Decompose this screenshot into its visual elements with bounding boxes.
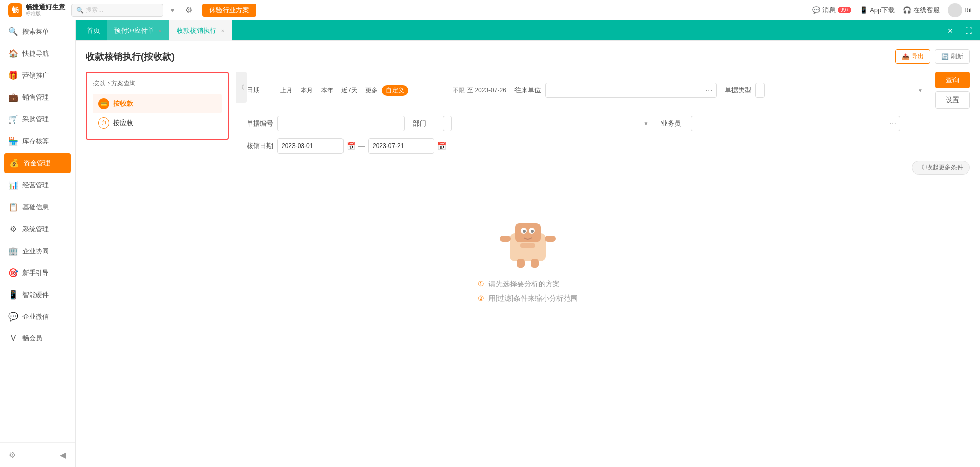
date-tab-custom[interactable]: 自定义: [382, 85, 408, 96]
date-tab-this-month[interactable]: 本月: [297, 85, 317, 96]
sidebar-item-member[interactable]: V 畅会员: [0, 328, 75, 349]
sidebar-collapse-icon[interactable]: ◀: [55, 447, 71, 463]
tab-bar-actions: ✕ ⛶: [943, 23, 976, 38]
calendar-start-icon[interactable]: 📅: [347, 142, 355, 150]
nav-dropdown[interactable]: ▼: [169, 7, 176, 14]
sidebar-item-newbie[interactable]: 🎯 新手引导: [0, 262, 75, 284]
newbie-icon: 🎯: [8, 268, 18, 278]
sidebar-item-sales[interactable]: 💼 销售管理: [0, 86, 75, 108]
sidebar-item-finance[interactable]: 💰 资金管理: [4, 153, 71, 173]
inventory-icon: 🏪: [8, 136, 18, 146]
collapse-more-icon: 《: [918, 163, 924, 172]
user-name: Rit: [964, 7, 972, 14]
date-tab-this-year[interactable]: 本年: [317, 85, 337, 96]
tab-receipt-label: 收款核销执行: [177, 26, 216, 35]
search-icon: 🔍: [76, 7, 84, 14]
sidebar-item-operation[interactable]: 📊 经营管理: [0, 174, 75, 196]
industry-solution-button[interactable]: 休验行业方案: [202, 4, 256, 17]
settings-icon[interactable]: ⚙: [182, 3, 196, 17]
receivable-option-icon: ⏱: [98, 117, 109, 129]
settings-button[interactable]: 设置: [935, 91, 970, 109]
top-search-box[interactable]: 🔍 搜索...: [71, 4, 163, 17]
date-tab-7days[interactable]: 近7天: [337, 85, 361, 96]
tab-prepay[interactable]: 预付冲应付单 ×: [107, 20, 169, 41]
date-tab-more[interactable]: 更多: [361, 85, 382, 96]
filter-row-3: 核销日期 📅 — 📅: [247, 138, 970, 154]
collapse-more-button[interactable]: 《 收起更多条件: [912, 161, 970, 175]
sidebar-item-wechat[interactable]: 💬 企业微信: [0, 306, 75, 328]
tab-home[interactable]: 首页: [80, 20, 107, 41]
sidebar-item-basic-info[interactable]: 📋 基础信息: [0, 196, 75, 218]
filter-right-panel: 日期 上月 本月 本年 近7天 更多 自定义: [247, 72, 970, 175]
date-range: 📅 — 📅: [277, 138, 446, 154]
tab-close-all-button[interactable]: ✕: [943, 23, 958, 38]
sidebar-item-label: 基础信息: [22, 203, 49, 212]
tab-expand-button[interactable]: ⛶: [962, 23, 976, 38]
sidebar-item-label: 企业微信: [22, 312, 49, 322]
staff-field: 业务员 ···: [661, 116, 901, 131]
sidebar-item-marketing[interactable]: 🎁 营销推广: [0, 64, 75, 86]
svg-rect-10: [531, 259, 539, 268]
calendar-end-icon[interactable]: 📅: [437, 142, 446, 150]
tab-receipt-close[interactable]: ×: [219, 27, 225, 35]
online-service-button[interactable]: 🎧 在线客服: [903, 6, 940, 15]
user-profile[interactable]: Rit: [948, 3, 972, 17]
date-tab-last-month[interactable]: 上月: [276, 85, 297, 96]
sales-icon: 💼: [8, 92, 18, 102]
export-button[interactable]: 📤 导出: [895, 49, 930, 64]
sidebar-item-quick-nav[interactable]: 🏠 快捷导航: [0, 42, 75, 64]
svg-rect-7: [545, 236, 556, 242]
sidebar-item-label: 库存核算: [22, 137, 49, 146]
verify-date-end-input[interactable]: [368, 138, 434, 154]
export-icon: 📤: [902, 53, 910, 60]
message-button[interactable]: 💬 消息 99+: [812, 6, 851, 15]
sidebar-item-label: 经营管理: [22, 181, 49, 190]
sidebar-settings-icon[interactable]: ⚙: [4, 447, 20, 463]
sidebar-item-label: 销售管理: [22, 93, 49, 102]
sidebar-item-purchase[interactable]: 🛒 采购管理: [0, 108, 75, 130]
empty-state: ① 请先选择要分析的方案 ② 用[过滤]条件来缩小分析范围: [86, 175, 970, 326]
app-download-button[interactable]: 📱 App下载: [860, 6, 895, 15]
doc-no-field: 单据编号: [247, 116, 405, 131]
partner-ellipsis-button[interactable]: ···: [702, 83, 717, 98]
sidebar-item-inventory[interactable]: 🏪 库存核算: [0, 130, 75, 152]
staff-input[interactable]: [691, 116, 901, 131]
search-placeholder: 搜索...: [86, 6, 103, 14]
tab-receipt[interactable]: 收款核销执行 ×: [169, 20, 232, 41]
sidebar-item-label: 系统管理: [22, 225, 49, 234]
sidebar-item-label: 采购管理: [22, 115, 49, 124]
staff-ellipsis-button[interactable]: ···: [886, 116, 900, 131]
empty-hint-2: ② 用[过滤]条件来缩小分析范围: [478, 291, 578, 305]
verify-date-start-input[interactable]: [277, 138, 344, 154]
sidebar-item-search-menu[interactable]: 🔍 搜索菜单: [0, 20, 75, 42]
filter-row-2: 单据编号 部门 业务员: [247, 116, 970, 131]
enterprise-icon: 🏢: [8, 246, 18, 256]
partner-input[interactable]: [545, 83, 717, 98]
refresh-button[interactable]: 🔄 刷新: [935, 49, 970, 64]
download-icon: 📱: [860, 6, 868, 14]
page-header: 收款核销执行(按收款) 📤 导出 🔄 刷新: [86, 49, 970, 64]
svg-point-4: [523, 230, 526, 233]
sidebar-item-enterprise[interactable]: 🏢 企业协同: [0, 240, 75, 262]
doc-no-input[interactable]: [277, 116, 405, 131]
doc-type-field: 单据类型: [725, 83, 927, 98]
filter-collapse-button[interactable]: 《: [236, 72, 247, 103]
doc-type-select-wrap: [755, 83, 927, 98]
sidebar-item-system[interactable]: ⚙ 系统管理: [0, 218, 75, 240]
doc-type-select[interactable]: [755, 83, 765, 98]
tab-prepay-close[interactable]: ×: [157, 27, 162, 35]
query-button[interactable]: 查询: [935, 72, 970, 88]
sidebar-item-hardware[interactable]: 📱 智能硬件: [0, 284, 75, 306]
filter-option-by-receipt[interactable]: 💳 按收款: [93, 94, 222, 113]
refresh-icon: 🔄: [941, 53, 949, 60]
receipt-option-label: 按收款: [113, 99, 133, 108]
filter-option-by-receivable[interactable]: ⏱ 按应收: [93, 113, 222, 133]
logo-icon: 畅: [8, 3, 22, 17]
system-icon: ⚙: [8, 224, 18, 234]
page-title: 收款核销执行(按收款): [86, 51, 175, 63]
staff-input-wrap: ···: [691, 116, 901, 131]
dept-select[interactable]: [443, 116, 452, 131]
lightning-icon: 🏠: [8, 48, 18, 58]
sidebar-item-label: 智能硬件: [22, 290, 49, 300]
sidebar-item-label: 畅会员: [22, 334, 42, 343]
